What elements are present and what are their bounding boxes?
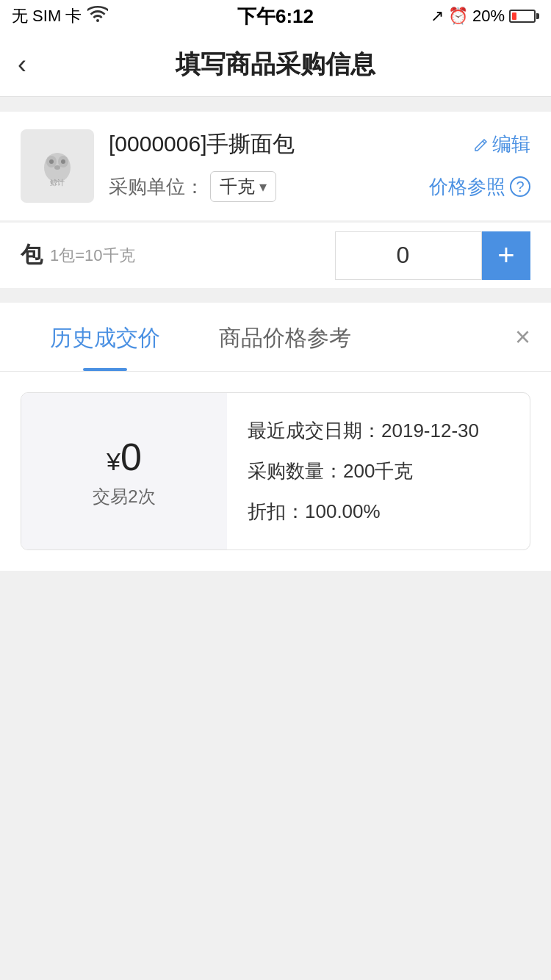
- trade-count: 交易2次: [93, 485, 155, 508]
- battery-icon: [509, 10, 539, 23]
- carrier-text: 无 SIM 卡: [12, 5, 82, 27]
- product-card: 鲸计 [0000006]手撕面包 编辑 采购单位： 千克 ▾: [0, 112, 551, 220]
- price-right: 最近成交日期：2019-12-30 采购数量：200千克 折扣：100.00%: [227, 393, 530, 550]
- content-bottom: [0, 571, 551, 980]
- gps-icon: ↗: [431, 7, 444, 26]
- nav-bar: ‹ 填写商品采购信息: [0, 32, 551, 97]
- product-name: [0000006]手撕面包: [109, 129, 295, 159]
- status-time: 下午6:12: [237, 4, 314, 29]
- unit-label: 采购单位：: [109, 174, 204, 200]
- help-icon: ?: [510, 176, 530, 197]
- status-left: 无 SIM 卡: [12, 5, 108, 27]
- quantity-plus-button[interactable]: +: [482, 231, 530, 280]
- product-info: [0000006]手撕面包 编辑 采购单位： 千克 ▾ 价格参照 ?: [109, 129, 530, 202]
- unit-select[interactable]: 千克 ▾: [210, 171, 276, 202]
- tabs-section: 历史成交价 商品价格参考 × ¥0 交易2次 最近成交日期：2019-12-30…: [0, 303, 551, 571]
- svg-point-4: [61, 159, 65, 164]
- status-bar: 无 SIM 卡 下午6:12 ↗ ⏰ 20%: [0, 0, 551, 32]
- chevron-down-icon: ▾: [259, 178, 267, 195]
- unit-badge: 包: [21, 240, 43, 270]
- unit-description: 1包=10千克: [50, 245, 135, 267]
- alarm-icon: ⏰: [448, 7, 468, 26]
- product-thumbnail: 鲸计: [21, 129, 94, 203]
- back-button[interactable]: ‹: [18, 49, 26, 80]
- edit-button[interactable]: 编辑: [473, 131, 530, 157]
- wifi-icon: [87, 6, 108, 26]
- price-card: ¥0 交易2次 最近成交日期：2019-12-30 采购数量：200千克 折扣：…: [21, 392, 530, 550]
- tab-history-price[interactable]: 历史成交价: [21, 303, 190, 371]
- battery-percent: 20%: [472, 7, 505, 26]
- quantity-label: 包 1包=10千克: [21, 240, 135, 270]
- quantity-input[interactable]: [335, 231, 482, 280]
- quantity-input-area: +: [335, 231, 530, 280]
- price-ref-button[interactable]: 价格参照 ?: [429, 174, 530, 200]
- tabs-header: 历史成交价 商品价格参考 ×: [0, 303, 551, 372]
- svg-text:鲸计: 鲸计: [50, 179, 65, 187]
- tab-price-reference[interactable]: 商品价格参考: [190, 303, 381, 371]
- purchase-qty-line: 采购数量：200千克: [248, 457, 509, 486]
- quantity-row: 包 1包=10千克 +: [0, 222, 551, 288]
- status-right: ↗ ⏰ 20%: [431, 7, 539, 26]
- discount-line: 折扣：100.00%: [248, 497, 509, 526]
- page-title: 填写商品采购信息: [176, 48, 375, 82]
- price-value: ¥0: [107, 435, 142, 479]
- card-content: ¥0 交易2次 最近成交日期：2019-12-30 采购数量：200千克 折扣：…: [0, 372, 551, 571]
- svg-point-5: [54, 165, 60, 170]
- recent-date-line: 最近成交日期：2019-12-30: [248, 417, 509, 445]
- price-left: ¥0 交易2次: [21, 393, 227, 550]
- tab-close-button[interactable]: ×: [500, 307, 530, 367]
- svg-point-3: [49, 159, 54, 164]
